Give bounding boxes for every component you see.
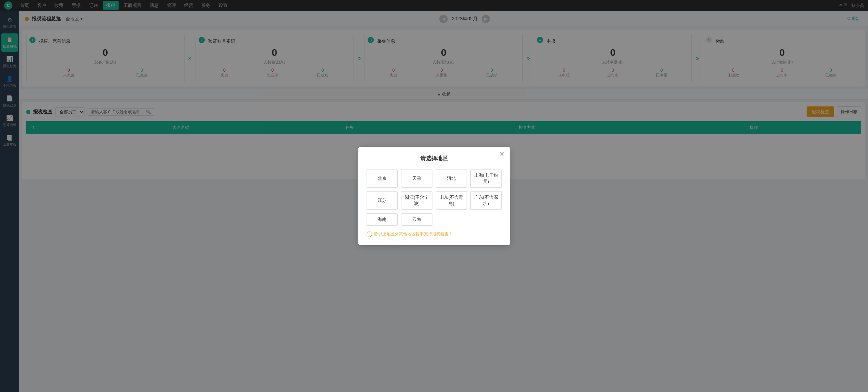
modal-warning: ! 除以上地区外其他地区暂不支持报税检查！ [367, 231, 502, 237]
region-jiangsu[interactable]: 江苏 [367, 191, 398, 210]
region-shandong[interactable]: 山东(不含青岛) [436, 191, 467, 210]
region-empty-1 [436, 213, 467, 226]
region-shanghai[interactable]: 上海(电子税局) [470, 169, 502, 188]
modal-overlay[interactable]: ✕ 请选择地区 北京 天津 河北 上海(电子税局) 江苏 浙江(不含宁波) 山东… [0, 0, 868, 392]
region-grid-row3: 海南 云南 [367, 213, 502, 226]
warning-icon: ! [367, 231, 372, 237]
region-tianjin[interactable]: 天津 [401, 169, 432, 188]
region-grid-row2: 江苏 浙江(不含宁波) 山东(不含青岛) 广东(不含深圳) [367, 191, 502, 210]
modal-close-button[interactable]: ✕ [499, 151, 505, 157]
region-zhejiang[interactable]: 浙江(不含宁波) [401, 191, 432, 210]
region-empty-2 [470, 213, 502, 226]
region-guangdong[interactable]: 广东(不含深圳) [470, 191, 502, 210]
region-hebei[interactable]: 河北 [436, 169, 467, 188]
warning-text: 除以上地区外其他地区暂不支持报税检查！ [374, 231, 453, 237]
region-grid-row1: 北京 天津 河北 上海(电子税局) [367, 169, 502, 188]
modal-title: 请选择地区 [367, 155, 502, 162]
region-select-modal: ✕ 请选择地区 北京 天津 河北 上海(电子税局) 江苏 浙江(不含宁波) 山东… [358, 147, 510, 245]
region-hainan[interactable]: 海南 [367, 213, 398, 226]
region-yunnan[interactable]: 云南 [401, 213, 432, 226]
region-beijing[interactable]: 北京 [367, 169, 398, 188]
